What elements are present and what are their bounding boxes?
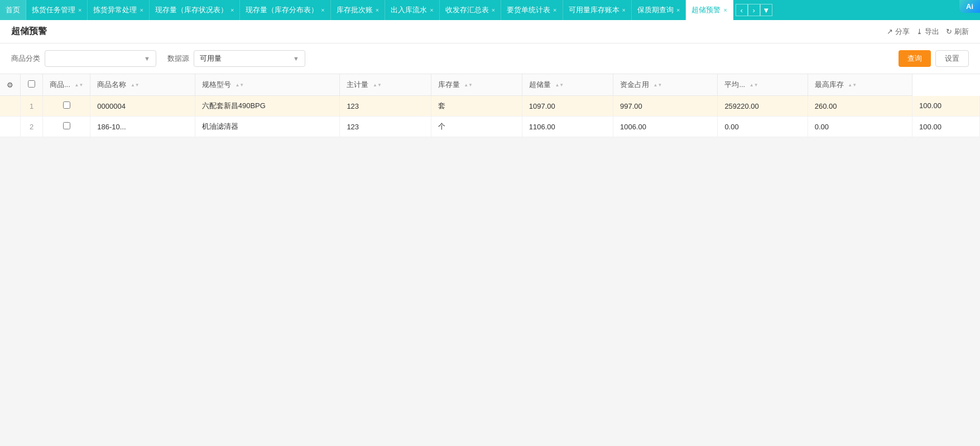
table-row: 1 0000004 六配套新昌490BPG 123 套 1097.00 997.…: [0, 96, 980, 117]
row-avg-0: 260.00: [808, 96, 912, 117]
col-product-name[interactable]: 商品名称 ▲▼: [90, 74, 195, 96]
close-icon-8[interactable]: ×: [553, 7, 556, 13]
nav-label-6: 出入库流水: [391, 5, 427, 15]
page-title: 超储预警: [11, 26, 47, 37]
nav-item-home[interactable]: 首页: [0, 0, 26, 20]
filter-bar: 商品分类 ▼ 数据源 可用量 ▼ 查询 设置: [0, 43, 980, 74]
row-checkbox-cell-1: [43, 117, 90, 137]
close-icon-2[interactable]: ×: [140, 7, 143, 13]
nav-prev-button[interactable]: ‹: [736, 4, 748, 16]
table-container: ⚙ 商品... ▲▼ 商品名称 ▲▼ 规格型号 ▲▼ 主计: [0, 74, 980, 137]
close-icon-1[interactable]: ×: [78, 7, 81, 13]
close-icon-5[interactable]: ×: [376, 7, 379, 13]
refresh-button[interactable]: ↻ 刷新: [946, 27, 969, 37]
nav-label-11: 超储预警: [691, 5, 720, 15]
close-icon-7[interactable]: ×: [492, 7, 495, 13]
query-button[interactable]: 查询: [899, 50, 931, 67]
ai-badge: Ai: [959, 0, 980, 13]
export-label: 导出: [925, 27, 939, 37]
row-num-1: 2: [21, 117, 43, 137]
nav-item-7[interactable]: 收发存汇总表 ×: [440, 0, 501, 20]
col-product-code-label: 商品...: [50, 80, 70, 89]
nav-item-3[interactable]: 现存量（库存状况表） ×: [150, 0, 240, 20]
header-actions: ↗ 分享 ⤓ 导出 ↻ 刷新: [887, 27, 969, 37]
row-spec-1: 123: [340, 117, 431, 137]
category-label: 商品分类: [11, 54, 40, 64]
sort-icon-max-stock: ▲▼: [848, 83, 857, 88]
col-gear: ⚙: [0, 74, 21, 96]
row-avg-1: 0.00: [808, 117, 912, 137]
share-icon: ↗: [887, 27, 893, 36]
close-icon-6[interactable]: ×: [430, 7, 433, 13]
nav-label-2: 拣货异常处理: [93, 5, 137, 15]
nav-more-button[interactable]: ▼: [760, 4, 772, 16]
sort-icon-product-name: ▲▼: [131, 83, 140, 88]
refresh-label: 刷新: [954, 27, 969, 37]
chevron-down-icon: ▼: [144, 55, 150, 62]
nav-label-1: 拣货任务管理: [32, 5, 75, 15]
sort-icon-spec: ▲▼: [235, 83, 244, 88]
datasource-select[interactable]: 可用量 ▼: [194, 50, 305, 67]
close-icon-11[interactable]: ×: [723, 7, 727, 13]
nav-label-8: 要货单统计表: [507, 5, 550, 15]
close-icon-10[interactable]: ×: [676, 7, 680, 13]
sort-icon-capital: ▲▼: [654, 83, 662, 88]
nav-item-1[interactable]: 拣货任务管理 ×: [26, 0, 88, 20]
col-max-stock[interactable]: 最高库存 ▲▼: [808, 74, 912, 96]
col-spec-label: 规格型号: [202, 80, 231, 89]
export-icon: ⤓: [916, 27, 923, 36]
share-button[interactable]: ↗ 分享: [887, 27, 910, 37]
row-stock-1: 1106.00: [522, 117, 613, 137]
col-product-name-label: 商品名称: [97, 80, 126, 89]
filter-datasource: 数据源 可用量 ▼: [167, 50, 305, 67]
row-checkbox-cell-0: [43, 96, 90, 117]
row-over-stock-0: 997.00: [613, 96, 717, 117]
nav-label-9: 可用量库存账本: [569, 5, 619, 15]
col-product-code[interactable]: 商品... ▲▼: [43, 74, 90, 96]
nav-item-11[interactable]: 超储预警 ×: [686, 0, 733, 20]
nav-item-8[interactable]: 要货单统计表 ×: [501, 0, 563, 20]
close-icon-9[interactable]: ×: [622, 7, 626, 13]
table-row: 2 186-10... 机油滤清器 123 个 1106.00 1006.00 …: [0, 117, 980, 137]
row-product-code-0: 0000004: [90, 96, 195, 117]
filter-actions: 查询 设置: [899, 50, 969, 67]
col-stock[interactable]: 库存量 ▲▼: [431, 74, 522, 96]
nav-item-9[interactable]: 可用量库存账本 ×: [563, 0, 632, 20]
table-header-row: ⚙ 商品... ▲▼ 商品名称 ▲▼ 规格型号 ▲▼ 主计: [0, 74, 980, 96]
nav-item-4[interactable]: 现存量（库存分布表） ×: [240, 0, 330, 20]
nav-item-10[interactable]: 保质期查询 ×: [632, 0, 686, 20]
category-select[interactable]: ▼: [45, 50, 156, 67]
nav-next-button[interactable]: ›: [748, 4, 760, 16]
export-button[interactable]: ⤓ 导出: [916, 27, 939, 37]
col-capital[interactable]: 资金占用 ▲▼: [613, 74, 717, 96]
col-capital-label: 资金占用: [620, 80, 649, 89]
col-over-stock[interactable]: 超储量 ▲▼: [522, 74, 613, 96]
col-checkbox-header: [21, 74, 43, 96]
col-avg[interactable]: 平均... ▲▼: [718, 74, 808, 96]
col-unit[interactable]: 主计量 ▲▼: [340, 74, 431, 96]
gear-icon[interactable]: ⚙: [7, 81, 13, 89]
row-unit-1: 个: [431, 117, 522, 137]
nav-item-5[interactable]: 库存批次账 ×: [331, 0, 385, 20]
table-body: 1 0000004 六配套新昌490BPG 123 套 1097.00 997.…: [0, 96, 980, 137]
row-checkbox-0[interactable]: [63, 101, 70, 109]
close-icon-3[interactable]: ×: [230, 7, 234, 13]
page-header: 超储预警 ↗ 分享 ⤓ 导出 ↻ 刷新: [0, 20, 980, 43]
refresh-icon: ↻: [946, 27, 952, 36]
col-unit-label: 主计量: [347, 80, 368, 89]
settings-button[interactable]: 设置: [935, 50, 969, 67]
select-all-checkbox[interactable]: [28, 80, 35, 88]
sort-icon-product-code: ▲▼: [74, 83, 83, 88]
share-label: 分享: [895, 27, 910, 37]
filter-category: 商品分类 ▼: [11, 50, 156, 67]
row-stock-0: 1097.00: [522, 96, 613, 117]
row-checkbox-1[interactable]: [63, 122, 70, 129]
row-max-stock-1: 100.00: [912, 117, 980, 137]
nav-item-2[interactable]: 拣货异常处理 ×: [88, 0, 149, 20]
nav-item-6[interactable]: 出入库流水 ×: [385, 0, 439, 20]
col-spec[interactable]: 规格型号 ▲▼: [195, 74, 340, 96]
close-icon-4[interactable]: ×: [321, 7, 324, 13]
nav-label-5: 库存批次账: [337, 5, 373, 15]
row-product-name-1: 机油滤清器: [195, 117, 340, 137]
datasource-label: 数据源: [167, 54, 189, 64]
